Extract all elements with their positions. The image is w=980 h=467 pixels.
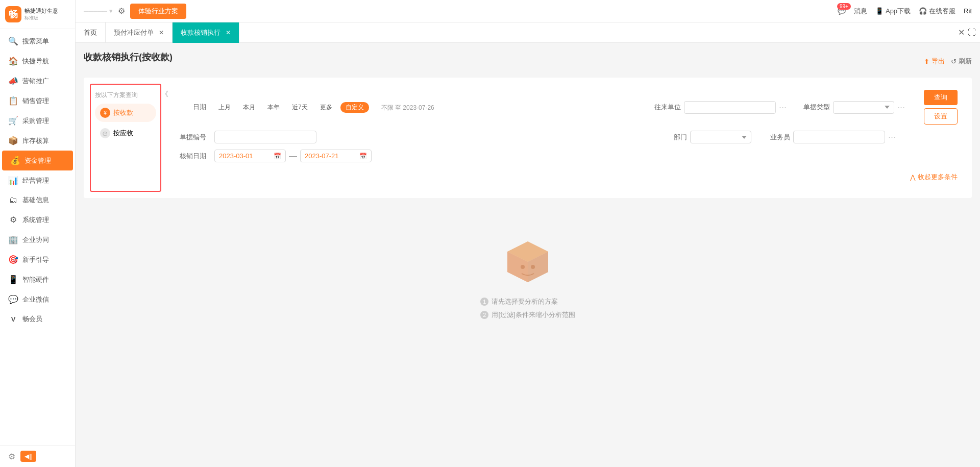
date-quick-options: 上月 本月 本年 近7天 更多 自定义 — [214, 102, 369, 113]
sidebar-label-search: 搜索菜单 — [22, 37, 49, 46]
staff-more-icon[interactable]: ··· — [888, 132, 900, 142]
sidebar-item-marketing[interactable]: 📣 营销推广 — [0, 71, 75, 91]
sidebar-label-guide: 新手引导 — [22, 255, 49, 264]
date-btn-this-year[interactable]: 本年 — [263, 102, 284, 113]
close-window-icon[interactable]: ✕ — [958, 28, 965, 37]
filter-option-by-receivable[interactable]: ◷ 按应收 — [95, 124, 156, 142]
sidebar-item-enterprise[interactable]: 🏢 企业协同 — [0, 230, 75, 250]
sidebar-item-guide[interactable]: 🎯 新手引导 — [0, 250, 75, 269]
industry-solution-button[interactable]: 体验行业方案 — [130, 4, 186, 19]
staff-input[interactable] — [793, 131, 885, 143]
sidebar-item-purchase[interactable]: 🛒 采购管理 — [0, 111, 75, 131]
verify-date-start-value: 2023-03-01 — [219, 152, 253, 160]
app-download-link[interactable]: 📱 App下载 — [875, 7, 911, 16]
sidebar-nav: 🔍 搜索菜单 🏠 快捷导航 📣 营销推广 📋 销售管理 🛒 采购管理 📦 库存核… — [0, 29, 75, 445]
filter-row-2: 单据编号 部门 业务员 — [180, 131, 958, 143]
sidebar-bottom: ⚙ ◀‖ — [0, 445, 75, 467]
query-button[interactable]: 查询 — [924, 90, 958, 105]
sidebar-item-basic[interactable]: 🗂 基础信息 — [0, 190, 75, 210]
empty-state: 1 请先选择要分析的方案 2 用[过滤]条件来缩小分析范围 — [84, 198, 972, 362]
empty-step-2: 2 用[过滤]条件来缩小分析范围 — [480, 308, 575, 322]
sidebar-label-quicknav: 快捷导航 — [22, 57, 49, 66]
filter-option-by-receipt[interactable]: ¥ 按收款 — [95, 104, 156, 122]
verify-date-end-input[interactable]: 2023-07-21 📅 — [300, 150, 372, 162]
svg-point-4 — [521, 265, 525, 269]
receipt-option-label: 按收款 — [113, 108, 133, 117]
sidebar-item-hardware[interactable]: 📱 智能硬件 — [0, 269, 75, 289]
unit-input[interactable] — [684, 101, 776, 114]
message-icon[interactable]: 💬 99+ — [838, 7, 846, 15]
refresh-button[interactable]: ↺ 刷新 — [951, 57, 972, 66]
user-name: Rit — [964, 7, 972, 15]
date-btn-this-month[interactable]: 本月 — [239, 102, 259, 113]
date-unlimited-text: 不限 至 2023-07-26 — [381, 104, 434, 111]
calendar-end-icon: 📅 — [359, 153, 367, 160]
unit-more-icon[interactable]: ··· — [779, 102, 791, 113]
sidebar-label-sales: 销售管理 — [22, 96, 49, 106]
date-separator: — — [289, 152, 297, 161]
export-button[interactable]: ⬆ 导出 — [924, 57, 945, 66]
headset-icon: 🎧 — [919, 7, 927, 15]
tab-prepay-close-icon[interactable]: ✕ — [159, 29, 164, 36]
finance-icon: 💰 — [10, 156, 20, 165]
tabbar: 首页 预付冲应付单 ✕ 收款核销执行 ✕ ✕ ⛶ — [76, 22, 980, 43]
unit-label: 往来单位 — [654, 103, 681, 112]
verify-date-range: 2023-03-01 📅 — 2023-07-21 📅 — [214, 150, 372, 162]
sidebar-item-finance[interactable]: 💰 资金管理 — [2, 151, 73, 170]
doc-type-select[interactable] — [833, 101, 894, 114]
online-service-link[interactable]: 🎧 在线客服 — [919, 7, 955, 16]
sidebar-item-wechat[interactable]: 💬 企业微信 — [0, 289, 75, 309]
receipt-option-icon: ¥ — [100, 108, 110, 118]
page-header: 收款核销执行(按收款) ⬆ 导出 ↺ 刷新 — [84, 51, 972, 71]
sidebar-item-member[interactable]: V 畅会员 — [0, 309, 75, 329]
tab-prepay[interactable]: 预付冲应付单 ✕ — [106, 22, 173, 43]
collapse-sidebar-button[interactable]: ◀‖ — [20, 451, 36, 462]
verify-date-start-input[interactable]: 2023-03-01 📅 — [214, 150, 286, 162]
tab-receipt-close-icon[interactable]: ✕ — [226, 29, 231, 36]
staff-label: 业务员 — [764, 133, 790, 142]
date-btn-more[interactable]: 更多 — [316, 102, 336, 113]
step-num-1: 1 — [480, 298, 488, 306]
inventory-icon: 📦 — [8, 136, 18, 145]
dept-select[interactable] — [690, 131, 751, 143]
export-icon: ⬆ — [924, 58, 929, 65]
tab-receipt[interactable]: 收款核销执行 ✕ — [173, 22, 239, 43]
sidebar-label-member: 畅会员 — [22, 314, 42, 324]
sidebar-item-operations[interactable]: 📊 经营管理 — [0, 170, 75, 190]
action-buttons: 查询 设置 — [924, 90, 958, 125]
phone-icon: 📱 — [875, 7, 884, 15]
sidebar-label-hardware: 智能硬件 — [22, 275, 49, 284]
date-btn-7days[interactable]: 近7天 — [288, 102, 312, 113]
sidebar-label-inventory: 库存核算 — [22, 136, 49, 145]
sidebar-item-sales[interactable]: 📋 销售管理 — [0, 91, 75, 111]
filter-panel-collapse-button[interactable]: 《 — [161, 84, 172, 192]
page-title: 收款核销执行(按收款) — [84, 51, 173, 63]
wechat-icon: 💬 — [8, 294, 18, 304]
settings-icon[interactable]: ⚙ — [8, 452, 15, 461]
sidebar-item-search[interactable]: 🔍 搜索菜单 — [0, 31, 75, 51]
settings-button[interactable]: 设置 — [924, 108, 958, 125]
chevron-down-icon[interactable]: ▾ — [109, 7, 113, 15]
svg-point-5 — [531, 265, 535, 269]
filter-sidebar-title: 按以下方案查询 — [95, 91, 156, 100]
sidebar-label-wechat: 企业微信 — [22, 295, 49, 304]
doc-no-input[interactable] — [214, 131, 316, 143]
sidebar-item-system[interactable]: ⚙ 系统管理 — [0, 210, 75, 230]
marketing-icon: 📣 — [8, 76, 18, 86]
tab-receipt-label: 收款核销执行 — [181, 28, 220, 37]
basic-icon: 🗂 — [8, 195, 18, 205]
collapse-more-button[interactable]: ⋀ 收起更多条件 — [180, 168, 958, 186]
doc-type-more-icon[interactable]: ··· — [897, 102, 910, 113]
date-btn-last-month[interactable]: 上月 — [214, 102, 235, 113]
maximize-icon[interactable]: ⛶ — [968, 28, 976, 37]
sidebar-item-quicknav[interactable]: 🏠 快捷导航 — [0, 51, 75, 71]
tab-home[interactable]: 首页 — [76, 22, 106, 43]
topbar-gear-icon[interactable]: ⚙ — [118, 6, 125, 16]
member-icon: V — [8, 315, 18, 323]
step-num-2: 2 — [480, 311, 488, 319]
sidebar-label-finance: 资金管理 — [24, 156, 51, 165]
date-btn-custom[interactable]: 自定义 — [340, 102, 369, 113]
operations-icon: 📊 — [8, 176, 18, 185]
verify-date-end-value: 2023-07-21 — [305, 152, 339, 160]
sidebar-item-inventory[interactable]: 📦 库存核算 — [0, 131, 75, 151]
